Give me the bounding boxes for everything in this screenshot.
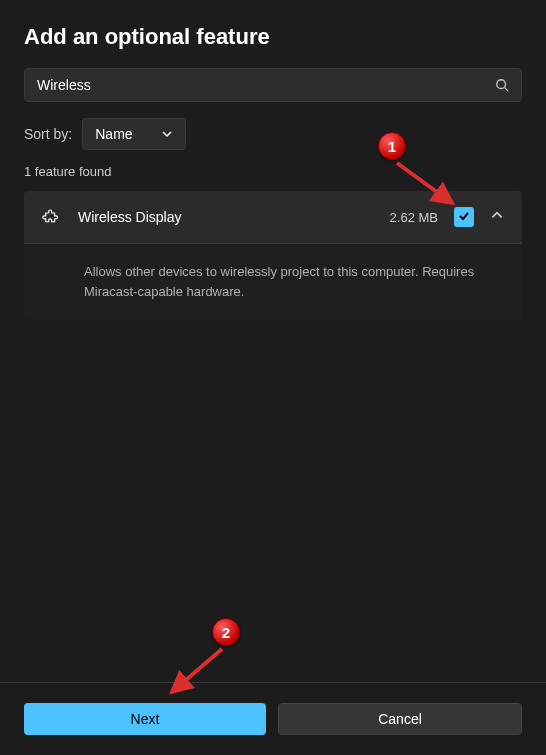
- feature-name: Wireless Display: [78, 209, 374, 225]
- feature-list: Wireless Display 2.62 MB: [24, 191, 522, 319]
- sort-select[interactable]: Name: [82, 118, 185, 150]
- feature-checkbox[interactable]: [454, 207, 474, 227]
- result-count: 1 feature found: [24, 164, 522, 179]
- sort-selected: Name: [95, 126, 132, 142]
- feature-description: Allows other devices to wirelessly proje…: [24, 243, 522, 319]
- sort-label: Sort by:: [24, 126, 72, 142]
- dialog-title: Add an optional feature: [24, 24, 522, 50]
- collapse-button[interactable]: [490, 208, 504, 226]
- svg-point-0: [497, 80, 506, 89]
- feature-item[interactable]: Wireless Display 2.62 MB: [24, 191, 522, 243]
- optional-feature-dialog: Add an optional feature Sort by: Name: [0, 0, 546, 755]
- sort-row: Sort by: Name: [24, 118, 522, 150]
- next-button[interactable]: Next: [24, 703, 266, 735]
- search-box[interactable]: [24, 68, 522, 102]
- chevron-up-icon: [490, 208, 504, 226]
- dialog-footer: Next Cancel: [0, 682, 546, 755]
- search-icon: [495, 78, 509, 92]
- cancel-button[interactable]: Cancel: [278, 703, 522, 735]
- check-icon: [458, 208, 470, 226]
- feature-size: 2.62 MB: [390, 210, 438, 225]
- dialog-content: Add an optional feature Sort by: Name: [0, 0, 546, 682]
- chevron-down-icon: [161, 128, 173, 140]
- search-input[interactable]: [37, 77, 495, 93]
- svg-line-1: [505, 88, 509, 92]
- puzzle-icon: [42, 207, 62, 227]
